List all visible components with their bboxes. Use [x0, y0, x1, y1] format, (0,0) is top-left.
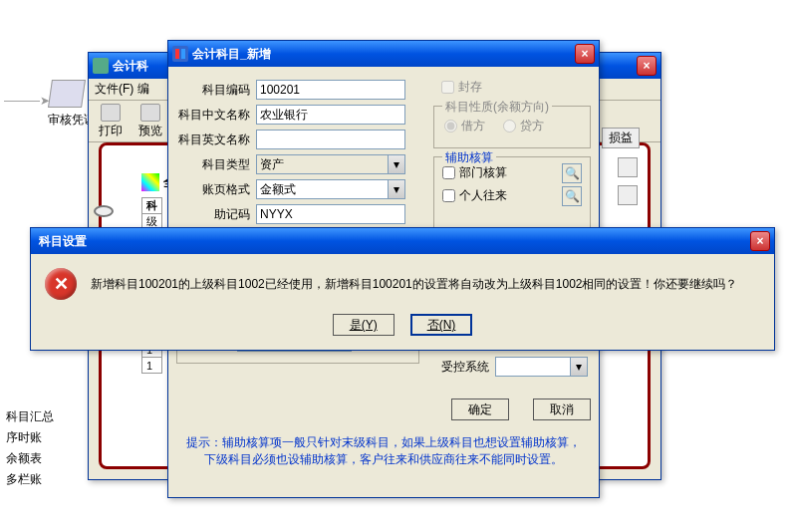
type-select [256, 154, 389, 174]
side-balance[interactable]: 余额表 [6, 450, 54, 467]
seal-check [441, 81, 454, 94]
mnemonic-label: 助记码 [176, 206, 250, 223]
svg-rect-1 [172, 46, 188, 62]
msg-text: 新增科目100201的上级科目1002已经使用，新增科目100201的设置将自动… [91, 275, 737, 293]
app-icon [93, 58, 109, 74]
ctrl-label: 受控系统 [433, 359, 489, 376]
chevron-down-icon[interactable]: ▾ [571, 357, 588, 377]
nature-legend: 科目性质(余额方向) [442, 99, 552, 116]
msg-close-btn[interactable]: × [750, 231, 770, 251]
enname-input[interactable] [256, 130, 405, 149]
bg-close-btn[interactable]: × [637, 56, 657, 76]
no-button[interactable]: 否(N) [410, 314, 473, 336]
debit-radio [444, 120, 457, 133]
tool-print[interactable]: 打印 [95, 104, 127, 139]
doc-icon [48, 80, 86, 108]
dlg-close-btn[interactable]: × [575, 44, 595, 64]
binder-btn2[interactable] [618, 185, 638, 205]
dept-check[interactable] [442, 166, 455, 179]
ctrl-select[interactable] [495, 357, 571, 377]
search-icon: 🔍 [565, 189, 580, 203]
side-summary[interactable]: 科目汇总 [6, 408, 54, 425]
person-lookup-btn[interactable]: 🔍 [562, 186, 582, 206]
search-icon: 🔍 [565, 166, 580, 180]
type-label: 科目类型 [176, 156, 250, 173]
code-label: 科目编码 [176, 82, 250, 99]
msg-titlebar[interactable]: 科目设置 × [31, 228, 774, 254]
dlg-app-icon [172, 46, 188, 62]
confirm-msgbox: 科目设置 × ✕ 新增科目100201的上级科目1002已经使用，新增科目100… [30, 227, 775, 351]
dept-lookup-btn[interactable]: 🔍 [562, 163, 582, 183]
credit-radio [503, 120, 516, 133]
svg-rect-2 [175, 49, 179, 59]
enname-label: 科目英文名称 [176, 132, 250, 148]
yes-button[interactable]: 是(Y) [333, 314, 394, 336]
preview-icon [140, 104, 160, 122]
cancel-button[interactable]: 取消 [533, 399, 591, 420]
cnname-input[interactable] [256, 105, 405, 125]
page-select[interactable] [256, 179, 389, 199]
ok-button[interactable]: 确定 [451, 399, 509, 420]
error-icon: ✕ [45, 268, 77, 300]
nature-group: 科目性质(余额方向) 借方 贷方 [433, 106, 591, 148]
svg-rect-0 [93, 58, 109, 74]
sidebar-links: 科目汇总 序时账 余额表 多栏账 [6, 408, 54, 488]
code-input[interactable] [256, 80, 405, 100]
seal-label: 封存 [458, 79, 482, 96]
dlg-titlebar[interactable]: 会计科目_新增 × [168, 41, 599, 67]
side-journal[interactable]: 序时账 [6, 429, 54, 446]
page-label: 账页格式 [176, 181, 250, 198]
msg-title: 科目设置 [35, 233, 750, 250]
print-icon [101, 104, 121, 122]
mnemonic-input[interactable] [256, 204, 405, 224]
cnname-label: 科目中文名称 [176, 107, 250, 124]
dlg-title: 会计科目_新增 [192, 46, 575, 63]
chevron-down-icon[interactable]: ▾ [389, 179, 405, 199]
tool-preview[interactable]: 预览 [134, 104, 166, 139]
svg-rect-3 [181, 49, 185, 59]
side-multicol[interactable]: 多栏账 [6, 471, 54, 488]
aux-legend: 辅助核算 [442, 149, 496, 166]
flow-arrow: ———➤ [4, 94, 50, 108]
tab-loss[interactable]: 损益 [602, 128, 640, 148]
chevron-down-icon: ▾ [389, 154, 405, 174]
palette-icon [141, 173, 159, 191]
person-check[interactable] [442, 189, 455, 202]
binder-btn1[interactable] [618, 157, 638, 177]
hint-text: 提示：辅助核算项一般只针对末级科目，如果上级科目也想设置辅助核算， 下级科目必须… [168, 434, 599, 468]
